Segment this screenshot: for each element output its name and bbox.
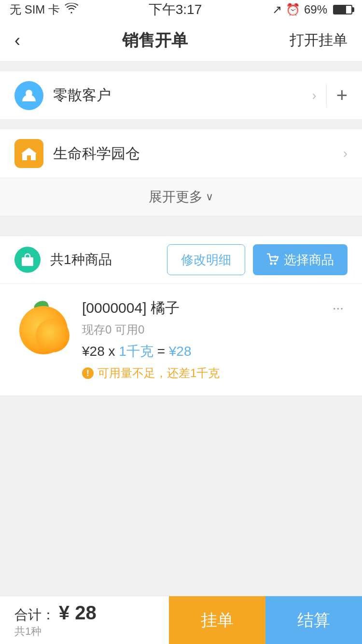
divider-top — [0, 62, 362, 71]
warehouse-building-icon — [20, 145, 38, 162]
product-id: [0000004] — [82, 300, 146, 316]
divider-mid — [0, 120, 362, 129]
modify-detail-button[interactable]: 修改明细 — [167, 244, 245, 275]
customer-name: 零散客户 — [53, 85, 312, 105]
battery-percent: 69% — [304, 3, 327, 16]
product-price-row: ¥28 x 1千克 = ¥28 — [82, 342, 329, 361]
svg-point-5 — [270, 263, 273, 265]
cart-icon — [266, 253, 280, 266]
product-header: 共1种商品 修改明细 选择商品 — [0, 236, 362, 284]
total-row: 合计： ¥ 28 — [14, 602, 154, 624]
warehouse-chevron-icon: › — [343, 146, 348, 161]
carrier-text: 无 SIM 卡 — [10, 2, 60, 17]
bag-icon — [20, 252, 35, 267]
svg-rect-4 — [22, 257, 33, 266]
total-amount: ¥ 28 — [59, 602, 97, 623]
warehouse-name: 生命科学园仓 — [53, 144, 343, 164]
divider-products — [0, 216, 362, 226]
total-section: 合计： ¥ 28 共1种 — [0, 602, 169, 639]
product-image — [14, 298, 72, 356]
select-product-label: 选择商品 — [284, 252, 334, 268]
product-title: 橘子 — [151, 300, 180, 316]
svg-marker-2 — [21, 148, 37, 154]
battery-icon — [333, 5, 352, 14]
status-bar: 无 SIM 卡 下午3:17 ↗ ⏰ 69% — [0, 0, 362, 19]
page-title: 销售开单 — [122, 29, 188, 52]
orange-small — [36, 319, 70, 352]
chevron-down-icon: ∨ — [206, 191, 213, 203]
location-icon: ↗ — [272, 3, 282, 16]
total-label: 合计： — [14, 607, 55, 622]
expand-more-label: 展开更多 — [149, 188, 203, 206]
product-quantity: 1千克 — [119, 344, 153, 359]
customer-avatar — [14, 81, 43, 110]
back-button[interactable]: ‹ — [14, 30, 20, 51]
person-icon — [20, 87, 38, 104]
product-warning: ! 可用量不足，还差1千克 — [82, 365, 329, 381]
customer-chevron-icon: › — [312, 88, 316, 103]
product-item: [0000004] 橘子 现存0 可用0 ¥28 x 1千克 = ¥28 ! 可… — [0, 284, 362, 396]
bottom-bar: 合计： ¥ 28 共1种 挂单 结算 — [0, 596, 362, 644]
add-customer-button[interactable]: + — [336, 84, 348, 106]
product-name: [0000004] 橘子 — [82, 298, 329, 318]
product-total: ¥28 — [169, 344, 192, 359]
product-price-text: ¥28 x — [82, 344, 119, 359]
empty-area — [0, 396, 362, 589]
wifi-icon — [65, 3, 78, 16]
customer-row[interactable]: 零散客户 › + — [0, 71, 362, 120]
product-more-button[interactable]: ··· — [329, 298, 348, 318]
status-right: ↗ ⏰ 69% — [272, 3, 352, 16]
checkout-button[interactable]: 结算 — [265, 596, 362, 644]
svg-rect-3 — [27, 155, 31, 160]
svg-point-6 — [274, 263, 277, 265]
open-pending-button[interactable]: 打开挂单 — [290, 30, 348, 50]
alarm-icon: ⏰ — [286, 3, 300, 16]
customer-divider — [326, 84, 327, 108]
warehouse-row[interactable]: 生命科学园仓 › — [0, 129, 362, 178]
nav-bar: ‹ 销售开单 打开挂单 — [0, 19, 362, 62]
warning-icon: ! — [82, 367, 94, 379]
status-left: 无 SIM 卡 — [10, 2, 78, 17]
total-count: 共1种 — [14, 624, 154, 639]
main-content: 零散客户 › + 生命科学园仓 › 展开更多 ∨ 共1种商品 — [0, 62, 362, 637]
product-stock: 现存0 可用0 — [82, 322, 329, 337]
warehouse-icon — [14, 139, 43, 168]
select-product-button[interactable]: 选择商品 — [253, 244, 348, 275]
status-time: 下午3:17 — [149, 0, 202, 19]
product-count-icon — [14, 247, 41, 273]
product-equals: = — [153, 344, 169, 359]
product-count-text: 共1种商品 — [50, 251, 167, 269]
hang-button[interactable]: 挂单 — [169, 596, 265, 644]
warning-text: 可用量不足，还差1千克 — [97, 365, 220, 381]
expand-more-button[interactable]: 展开更多 ∨ — [0, 178, 362, 216]
product-info: [0000004] 橘子 现存0 可用0 ¥28 x 1千克 = ¥28 ! 可… — [82, 298, 329, 381]
